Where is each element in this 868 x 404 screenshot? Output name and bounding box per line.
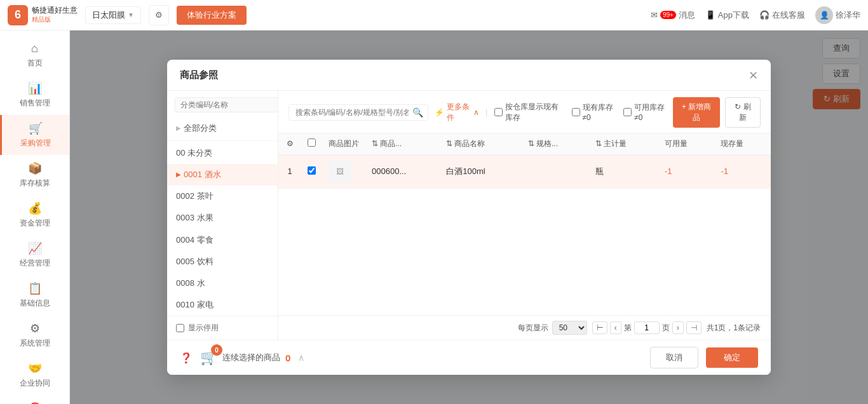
mobile-icon: 📱: [705, 10, 715, 20]
row-checkbox[interactable]: [308, 166, 316, 175]
cat-label-uncategorized: 00 未分类: [176, 147, 212, 159]
filter-button[interactable]: ⚡ 更多条件 ∧: [435, 102, 479, 123]
cat-item-water[interactable]: 0008 水: [167, 273, 278, 294]
nonzero-stock-label: 现有库存≠0: [583, 102, 615, 122]
cat-item-all[interactable]: ▶ 全部分类: [167, 118, 278, 139]
search-icon[interactable]: 🔍: [412, 107, 423, 118]
help-icon[interactable]: ❓: [180, 352, 193, 364]
show-disabled-label[interactable]: 显示停用: [176, 323, 269, 333]
th-unit-label: 主计量: [604, 138, 627, 149]
close-icon[interactable]: ✕: [749, 69, 758, 83]
modal-header: 商品参照 ✕: [167, 60, 771, 91]
message-badge: 99+: [660, 11, 676, 19]
row-available: -1: [658, 154, 715, 188]
cat-item-fruit[interactable]: 0003 水果: [167, 207, 278, 229]
cat-bottom: 显示停用: [167, 316, 278, 340]
row-name: 白酒100ml: [440, 154, 522, 188]
cat-item-uncategorized[interactable]: 00 未分类: [167, 142, 278, 164]
sidebar-item-finance[interactable]: 💰 资金管理: [0, 195, 69, 235]
sidebar-item-basic[interactable]: 📋 基础信息: [0, 275, 69, 315]
first-page-button[interactable]: ⊢: [592, 321, 607, 334]
app-download-label: App下载: [718, 10, 749, 21]
category-search-input[interactable]: [175, 97, 278, 112]
sidebar-item-operations[interactable]: 📈 经营管理: [0, 235, 69, 275]
app-download-button[interactable]: 📱 App下载: [705, 10, 749, 21]
table-row[interactable]: 1 🖼: [278, 154, 771, 188]
th-available-label: 可用量: [665, 138, 688, 149]
row-image-cell: 🖼: [322, 154, 365, 188]
add-product-button[interactable]: + 新增商品: [673, 97, 720, 128]
cta-button[interactable]: 体验行业方案: [177, 6, 247, 25]
page-label: 第: [624, 323, 632, 333]
filter-check-warehouse[interactable]: 按仓库显示现有库存: [494, 102, 563, 123]
row-checkbox-cell[interactable]: [301, 154, 322, 188]
user-area[interactable]: 👤 徐泽华: [815, 6, 860, 24]
main-layout: ⌂ 首页 📊 销售管理 🛒 采购管理 📦 库存核算 💰 资金管理 📈 经营管理 …: [0, 30, 868, 404]
sidebar-label-sales: 销售管理: [20, 98, 50, 109]
cat-label-tea: 0002 茶叶: [176, 191, 214, 202]
page-input[interactable]: [634, 321, 660, 334]
online-service-button[interactable]: 🎧 在线客服: [759, 10, 805, 21]
show-disabled-checkbox[interactable]: [176, 324, 184, 332]
warehouse-stock-checkbox[interactable]: [494, 108, 503, 116]
next-page-button[interactable]: ›: [672, 321, 684, 334]
last-page-button[interactable]: ⊣: [686, 321, 702, 334]
cart-icon-wrap[interactable]: 🛒 0: [200, 349, 217, 366]
settings-icon[interactable]: ⚙: [149, 5, 169, 25]
th-spec: ⇅ 规格...: [522, 133, 589, 155]
cat-item-alcohol[interactable]: ▶ 0001 酒水: [167, 164, 278, 185]
basic-icon: 📋: [28, 281, 42, 295]
finance-icon: 💰: [28, 201, 42, 215]
store-selector[interactable]: 日太阳膜 ▼: [85, 6, 141, 24]
collapse-footer-icon[interactable]: ∧: [298, 353, 304, 363]
tri-active-icon: ▶: [176, 170, 181, 179]
product-search-input[interactable]: [288, 104, 428, 121]
sidebar-item-guide[interactable]: 🎯 新手引导: [0, 395, 69, 404]
page-size-wrap: 每页显示 50 10 20 100: [518, 321, 587, 335]
cat-label-water: 0008 水: [176, 278, 205, 289]
th-settings[interactable]: ⚙: [278, 133, 301, 155]
filter-check-available[interactable]: 可用库存≠0: [623, 102, 667, 122]
th-image-label: 商品图片: [329, 138, 359, 149]
modal-body: 🔍 « ▶ 全部分类 00 未分类: [167, 91, 771, 340]
th-spec-sort-icon: ⇅: [528, 139, 534, 148]
available-stock-label: 可用库存≠0: [634, 102, 667, 122]
right-panel: 🔍 ⚡ 更多条件 ∧ | 按仓库显示现有库存: [278, 91, 771, 340]
search-bar: 🔍 ⚡ 更多条件 ∧ | 按仓库显示现有库存: [278, 91, 771, 133]
sidebar-item-system[interactable]: ⚙ 系统管理: [0, 315, 69, 355]
sidebar-item-inventory[interactable]: 📦 库存核算: [0, 155, 69, 195]
cancel-button[interactable]: 取消: [650, 347, 698, 368]
category-list: ▶ 全部分类 00 未分类 ▶ 0001 酒水: [167, 118, 278, 316]
th-unit: ⇅ 主计量: [589, 133, 658, 155]
cat-item-snacks[interactable]: 0004 零食: [167, 229, 278, 251]
thumbnail-placeholder-icon: 🖼: [336, 167, 344, 176]
cat-item-appliances[interactable]: 0010 家电: [167, 294, 278, 316]
select-all-checkbox[interactable]: [308, 138, 316, 147]
sidebar-item-purchase[interactable]: 🛒 采购管理: [0, 115, 69, 155]
nav-right: ✉ 99+ 消息 📱 App下载 🎧 在线客服 👤 徐泽华: [651, 6, 860, 24]
confirm-button[interactable]: 确定: [706, 347, 758, 368]
filter-check-nonzero[interactable]: 现有库存≠0: [572, 102, 615, 122]
page-summary: 共1页，1条记录: [707, 323, 761, 333]
cat-item-tea[interactable]: 0002 茶叶: [167, 185, 278, 207]
available-stock-checkbox[interactable]: [623, 108, 632, 116]
refresh-button[interactable]: ↻ 刷新: [725, 97, 761, 128]
cat-label-snacks: 0004 零食: [176, 234, 214, 246]
nonzero-stock-checkbox[interactable]: [572, 108, 580, 116]
th-code-sort-icon: ⇅: [372, 139, 378, 148]
th-stock-label: 现存量: [721, 138, 743, 149]
filter-divider: |: [485, 107, 487, 117]
sidebar-label-basic: 基础信息: [20, 298, 50, 309]
sidebar-item-home[interactable]: ⌂ 首页: [0, 36, 69, 75]
per-page-select[interactable]: 50 10 20 100: [552, 321, 587, 335]
prev-page-button[interactable]: ‹: [610, 321, 621, 334]
modal-overlay: 商品参照 ✕ 🔍 « ▶: [70, 30, 868, 404]
cat-item-drinks[interactable]: 0005 饮料: [167, 251, 278, 273]
username: 徐泽华: [836, 10, 860, 21]
sidebar-item-corp[interactable]: 🤝 企业协同: [0, 355, 69, 395]
sidebar-label-corp: 企业协同: [20, 378, 50, 389]
messages-button[interactable]: ✉ 99+ 消息: [651, 10, 695, 21]
top-nav: 6 畅捷通好生意 精品版 日太阳膜 ▼ ⚙ 体验行业方案 ✉ 99+ 消息 📱 …: [0, 0, 868, 30]
logo-text: 畅捷通好生意: [32, 6, 78, 16]
sidebar-item-sales[interactable]: 📊 销售管理: [0, 75, 69, 115]
